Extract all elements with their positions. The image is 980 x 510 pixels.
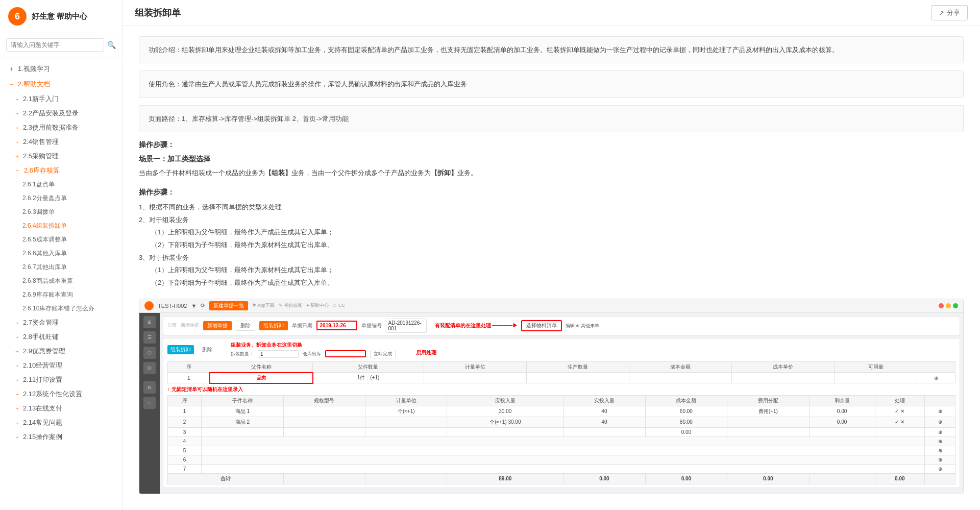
footer-total-8: 0.00 [875,473,925,484]
expand-icon-2-10: ＋ [14,362,20,370]
sidebar-label-1: 1.视频学习 [18,64,50,74]
annotation-text-4: ↑ 无固定清单可以随机在这里录入 [167,386,243,392]
count-value[interactable]: 1 [258,350,299,358]
sidebar-item-1[interactable]: ＋ 1.视频学习 [0,61,122,77]
scene1-desc: 当由多个子件材料组装成一个成品的业务为【组装】业务，当由一个父件拆分成多个子产品… [139,167,964,180]
sidebar-label-2-11: 2.11打印设置 [23,375,62,384]
crow-6-op[interactable]: ⊕ [925,455,955,464]
crow-3-remain [809,427,875,436]
logo-text: 好生意 帮助中心 [32,12,87,21]
cell-ops-1: ⊕ [917,373,955,383]
app-nav-icon-2[interactable]: ☰ [143,331,156,344]
crow-2-unit [365,417,447,427]
crow-1-unit: 个(≈+1) [365,406,447,417]
footer-total-5: 0.00 [645,473,727,484]
crow-4-empty [202,436,925,446]
crow-3-op[interactable]: ⊕ [925,427,955,436]
search-icon[interactable]: 🔍 [107,41,116,49]
crow-2-op[interactable]: ⊕ [925,417,955,427]
sidebar-item-2-6-8[interactable]: 2.6.8商品成本重算 [22,274,122,288]
sidebar-item-2-6-1[interactable]: 2.6.1盘点单 [22,178,122,191]
app-nav-icon-1[interactable]: ⊞ [143,316,156,328]
toolbar-btn-delete[interactable]: 删除 [236,321,255,331]
sidebar-item-2-15[interactable]: ＋ 2.15操作案例 [14,430,122,444]
sidebar-item-2-6-7[interactable]: 2.6.7其他出库单 [22,260,122,274]
sidebar-item-2-9[interactable]: ＋ 2.9优惠券管理 [14,344,122,358]
search-input[interactable] [6,38,104,52]
app-nav-icon-4[interactable]: ⛁ [143,362,156,374]
sidebar-item-2-5[interactable]: ＋ 2.5采购管理 [14,149,122,163]
share-button[interactable]: ↗ 分享 [931,5,968,20]
sidebar-item-2-8[interactable]: ＋ 2.8手机旺铺 [14,330,122,344]
refresh-icon: ⟳ [201,302,205,309]
sidebar-item-2-1[interactable]: ＋ 2.1新手入门 [14,92,122,106]
expand-icon-2-13: ＋ [14,405,20,412]
sidebar-item-2-6-4[interactable]: 2.6.4组装拆卸单 [22,219,122,233]
crow-5-op[interactable]: ⊕ [925,446,955,455]
nav-sub-2: ＋ 2.1新手入门 ＋ 2.2产品安装及登录 ＋ 2.3使用前数据准备 ＋ 2.… [0,92,122,444]
confirm-btn[interactable]: 立即完成 [370,350,396,358]
cth-fee: 费用分配 [727,395,809,406]
sidebar-item-2-6[interactable]: － 2.6库存核算 [14,163,122,178]
expand-icon-2-2: ＋ [14,110,20,117]
th-cost-price: 成本单价 [732,361,835,373]
app-nav-icon-3[interactable]: ⬡ [143,347,156,359]
crow-1-seq: 1 [168,406,202,417]
sidebar-item-2-4[interactable]: ＋ 2.4销售管理 [14,135,122,149]
minimize-btn[interactable] [946,303,951,308]
toolbar-btn-new[interactable]: 新增单据 [203,321,232,330]
cth-op [925,395,955,406]
nav-tree: ＋ 1.视频学习 － 2.帮助文档 ＋ 2.1新手入门 ＋ 2.2产品安装及登录… [0,57,122,510]
sidebar-item-2-13[interactable]: ＋ 2.13在线支付 [14,401,122,416]
sidebar-item-2-14[interactable]: ＋ 2.14常见问题 [14,416,122,430]
th-parent-name: 父件名称 [210,361,312,373]
close-btn[interactable] [939,303,944,308]
sidebar-item-2-6-6[interactable]: 2.6.6其他入库单 [22,247,122,260]
footer-total-6: 0.00 [727,473,809,484]
screenshot-titlebar: TEST-H002 ▼ ⟳ 新建单据一览 ⚑ App下载 ✎ 初始核账 ● 帮助… [139,299,963,313]
tab-org: 组装拆卸 [167,345,194,354]
sidebar-item-2-6-10[interactable]: 2.6.10库存账本错了怎么办 [22,302,122,315]
expand-icon-2-4: ＋ [14,138,20,146]
crow-2-name: 商品 2 [202,417,283,427]
app-nav-icon-6[interactable]: ↑↓ [143,397,156,409]
app-toolbar: 自页 新增单据 新增单据 删除 组装拆卸 单据日期 2019-12-26 单据编… [163,316,960,335]
crow-2-fee [727,417,809,427]
form-area: 组装拆卸 删除 组装业务、拆卸业务在这里切换 拆装数量： 1 仓库出库 [163,338,960,488]
expand-icon-2-5: ＋ [14,153,20,160]
cell-qty-1: 1件：(+1) [313,373,424,383]
cth-unit: 计量单位 [365,395,447,406]
sidebar-item-2-6-9[interactable]: 2.6.9库存账本查询 [22,288,122,302]
toolbar-btn-assemble[interactable]: 组装拆卸 [259,321,288,330]
crow-2-spec [283,417,365,427]
expand-icon-2-15: ＋ [14,433,20,441]
sidebar-item-2[interactable]: － 2.帮助文档 [0,77,122,92]
crow-7-op[interactable]: ⊕ [925,464,955,473]
expand-icon-2-12: ＋ [14,391,20,398]
expand-icon-1: ＋ [8,64,15,74]
toolbar-btns-right: 编辑 ⊕ 其他来单 [566,323,599,328]
new-doc-btn[interactable]: 新建单据一览 [209,301,248,310]
sidebar-item-2-2[interactable]: ＋ 2.2产品安装及登录 [14,106,122,120]
crow-1-op[interactable]: ⊕ [925,406,955,417]
annotation-text-1: 有装配清单的在这里处理 ————▶ [435,323,518,328]
sidebar-item-2-7[interactable]: ＋ 2.7资金管理 [14,315,122,330]
sidebar-item-2-11[interactable]: ＋ 2.11打印设置 [14,373,122,387]
expand-icon-2-7: ＋ [14,319,20,327]
app-nav-icon-5[interactable]: ⊟ [143,381,156,394]
sidebar-item-2-12[interactable]: ＋ 2.12系统个性化设置 [14,387,122,401]
sidebar-item-2-3[interactable]: ＋ 2.3使用前数据准备 [14,120,122,135]
cell-avail-1 [835,373,917,383]
cell-name-label: 品类 [257,375,266,380]
crow-2-input: 个(≈+1) 30.00 [447,417,564,427]
crow-4-op[interactable]: ⊕ [925,436,955,446]
sidebar-item-2-6-2[interactable]: 2.6.2分量盘点单 [22,191,122,205]
sidebar-item-2-10[interactable]: ＋ 2.10经营管理 [14,358,122,373]
crow-3-unit [365,427,447,436]
sub-step-list-disassemble: （1）上部明细为父件明细，最终作为原材料生成其它出库单； （2）下部明细为子件明… [139,264,964,289]
maximize-btn[interactable] [953,303,958,308]
annotation-btn-1[interactable]: 选择物料清单 [521,320,562,331]
sidebar-item-2-6-5[interactable]: 2.6.5成本调整单 [22,233,122,247]
sidebar-item-2-6-3[interactable]: 2.6.3调拨单 [22,205,122,219]
wh-value[interactable] [325,350,366,357]
